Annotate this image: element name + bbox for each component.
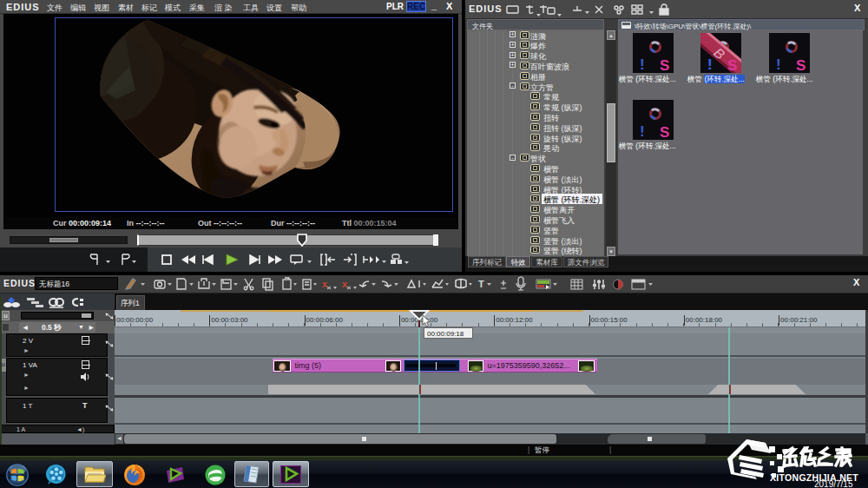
- svg-text:!: !: [640, 123, 645, 140]
- svg-text:!: !: [640, 56, 645, 73]
- svg-text:!: !: [707, 56, 713, 73]
- svg-text:x: x: [342, 279, 348, 289]
- svg-text:S: S: [660, 57, 669, 73]
- svg-text:T: T: [478, 279, 484, 289]
- svg-text:S: S: [796, 57, 806, 73]
- svg-text:S: S: [660, 124, 669, 140]
- svg-text:!: !: [776, 56, 781, 73]
- svg-text:x: x: [322, 279, 328, 289]
- svg-text:S: S: [727, 57, 737, 73]
